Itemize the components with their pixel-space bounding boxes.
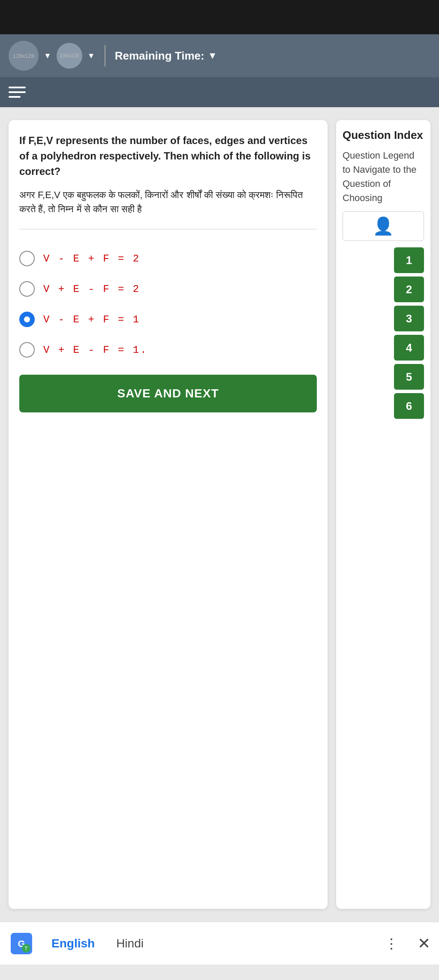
index-num-6[interactable]: 6 bbox=[394, 393, 424, 419]
hindi-language-button[interactable]: Hindi bbox=[112, 935, 148, 953]
index-legend: Question Legend to Navigate to the Quest… bbox=[343, 148, 424, 205]
remaining-time: Remaining Time: ▼ bbox=[115, 49, 217, 63]
avatar1-label: 128x128 bbox=[13, 53, 34, 59]
bottom-extra bbox=[0, 965, 439, 980]
hamburger-line-1 bbox=[9, 87, 26, 88]
hamburger-menu[interactable] bbox=[9, 87, 26, 98]
avatar2-dropdown[interactable]: ▼ bbox=[87, 51, 95, 60]
index-num-1[interactable]: 1 bbox=[394, 247, 424, 273]
radio-2[interactable] bbox=[19, 281, 35, 297]
three-dots-menu[interactable]: ⋮ bbox=[385, 935, 398, 952]
remaining-time-label: Remaining Time: bbox=[115, 49, 204, 63]
avatar1-dropdown[interactable]: ▼ bbox=[44, 51, 51, 60]
svg-text:T: T bbox=[24, 946, 28, 952]
options-container: V - E + F = 2 V + E - F = 2 V - E + F = … bbox=[19, 251, 317, 358]
english-language-button[interactable]: English bbox=[47, 935, 99, 953]
index-num-3[interactable]: 3 bbox=[394, 306, 424, 331]
hamburger-line-2 bbox=[9, 91, 26, 93]
radio-1[interactable] bbox=[19, 251, 35, 266]
remaining-time-dropdown[interactable]: ▼ bbox=[208, 50, 217, 61]
index-title: Question Index bbox=[343, 129, 424, 142]
save-and-next-button[interactable]: SAVE AND NEXT bbox=[19, 375, 317, 412]
option-text-3: V - E + F = 1 bbox=[43, 314, 140, 325]
index-num-4[interactable]: 4 bbox=[394, 335, 424, 361]
header-bar: 128x128 ▼ 108x108 ▼ Remaining Time: ▼ bbox=[0, 34, 439, 77]
option-text-2: V + E - F = 2 bbox=[43, 283, 140, 295]
hamburger-line-3 bbox=[9, 96, 21, 98]
index-num-2[interactable]: 2 bbox=[394, 277, 424, 302]
question-panel: If F,E,V represents the number of faces,… bbox=[9, 120, 328, 909]
option-row-1[interactable]: V - E + F = 2 bbox=[19, 251, 317, 266]
radio-3[interactable] bbox=[19, 312, 35, 327]
main-content: If F,E,V represents the number of faces,… bbox=[0, 107, 439, 922]
avatar-1: 128x128 bbox=[9, 41, 39, 71]
top-black-bar bbox=[0, 0, 439, 34]
option-row-2[interactable]: V + E - F = 2 bbox=[19, 281, 317, 297]
radio-4[interactable] bbox=[19, 342, 35, 358]
question-divider bbox=[19, 229, 317, 229]
user-icon: 👤 bbox=[343, 211, 424, 241]
header-divider bbox=[105, 45, 105, 66]
option-row-4[interactable]: V + E - F = 1. bbox=[19, 342, 317, 358]
google-translate-icon: G T bbox=[9, 931, 34, 956]
close-button[interactable]: ✕ bbox=[418, 935, 430, 953]
option-text-1: V - E + F = 2 bbox=[43, 253, 140, 265]
bottom-bar: G T English Hindi ⋮ ✕ bbox=[0, 922, 439, 965]
index-numbers: 1 2 3 4 5 6 bbox=[343, 247, 424, 419]
option-row-3[interactable]: V - E + F = 1 bbox=[19, 312, 317, 327]
index-panel: Question Index Question Legend to Naviga… bbox=[336, 120, 430, 909]
menu-bar bbox=[0, 77, 439, 107]
avatar-2: 108x108 bbox=[57, 43, 82, 69]
question-text-hi: अगर F,E,V एक बहुफलक के फलकों, किनारों और… bbox=[19, 188, 317, 216]
index-num-5[interactable]: 5 bbox=[394, 364, 424, 390]
question-text-en: If F,E,V represents the number of faces,… bbox=[19, 133, 317, 179]
option-text-4: V + E - F = 1. bbox=[43, 344, 148, 356]
avatar2-label: 108x108 bbox=[60, 53, 79, 59]
